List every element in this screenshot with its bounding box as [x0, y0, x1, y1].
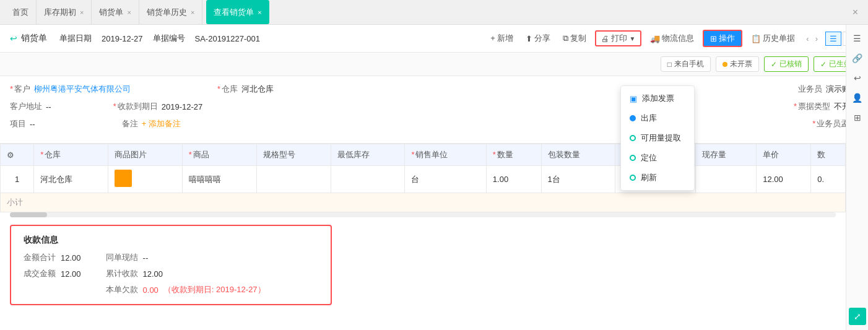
confirmed-button[interactable]: ✓ 已核销 — [764, 56, 809, 72]
outbound-icon — [630, 115, 636, 121]
available-label: 可用量提取 — [641, 132, 681, 144]
ticket-button[interactable]: 未开票 — [716, 56, 759, 72]
payment-rows: 金额合计 12.00 成交金额 12.00 同单现结 -- — [24, 252, 318, 295]
note-label: 备注 — [122, 118, 138, 129]
row-num: 0. — [811, 166, 846, 193]
sidebar-icon-1[interactable]: ☰ — [849, 30, 866, 47]
tab-home-label: 首页 — [12, 7, 28, 18]
status-bar: □ 来自手机 未开票 ✓ 已核销 ✓ 已生效 — [0, 53, 868, 76]
subtotal-row: 小计 — [1, 193, 846, 212]
confirmed-label: 已核销 — [779, 59, 802, 69]
row-no: 1 — [1, 166, 34, 193]
operate-label: 操作 — [719, 33, 735, 44]
copy-button[interactable]: ⧉ 复制 — [559, 31, 590, 46]
date-value: 2019-12-27 — [102, 34, 143, 43]
row-spec — [256, 166, 331, 193]
product-image — [115, 170, 132, 187]
warehouse-value: 河北仓库 — [241, 84, 274, 95]
col-gear[interactable]: ⚙ — [1, 144, 34, 166]
col-min-stock: 最低库存 — [331, 144, 405, 166]
prev-button[interactable]: ‹ — [804, 33, 811, 45]
tab-inventory-close[interactable]: × — [80, 9, 84, 16]
tab-bar: 首页 库存期初 × 销货单 × 销货单历史 × 查看销货单 × × — [0, 0, 868, 25]
payment-total: 金额合计 12.00 — [24, 252, 81, 263]
doc-meta: 单据日期 2019-12-27 单据编号 SA-20191227-001 — [59, 33, 487, 44]
print-button[interactable]: 🖨 打印 ▼ — [595, 30, 641, 46]
data-table: ⚙ *仓库 商品图片 *商品 规格型号 最低库存 *销售单位 *数量 包装数量 … — [0, 144, 846, 212]
tab-home[interactable]: 首页 — [5, 0, 37, 24]
print-label: 打印 — [611, 33, 627, 44]
history-icon: 📋 — [751, 34, 761, 43]
row-min-stock — [331, 166, 405, 193]
total-value: 12.00 — [61, 253, 81, 263]
owed-value: 0.00 — [143, 285, 158, 295]
sidebar-icon-5[interactable]: ⊞ — [849, 109, 866, 126]
address-field: 客户地址 -- — [10, 101, 51, 112]
horizontal-scrollbar[interactable] — [10, 212, 836, 217]
sidebar-icon-3[interactable]: ↩ — [849, 69, 866, 87]
form-row-3: 项目 -- 备注 + 添加备注 业务员孟 -- — [10, 118, 858, 129]
same-settle-label: 同单现结 — [106, 252, 138, 263]
dropdown-add-invoice[interactable]: ▣ 添加发票 — [621, 89, 694, 108]
deal-label: 成交金额 — [24, 268, 56, 279]
operate-button[interactable]: ⊞ 操作 — [703, 30, 742, 47]
tab-history[interactable]: 销货单历史 × — [139, 0, 202, 24]
view-list-button[interactable]: ☰ — [825, 32, 841, 46]
row-warehouse: 河北仓库 — [34, 166, 108, 193]
refresh-label: 刷新 — [641, 172, 657, 183]
ticket-dot — [723, 62, 727, 67]
payment-same-settle: 同单现结 -- — [106, 252, 266, 263]
share-button[interactable]: ⬆ 分享 — [522, 31, 554, 46]
tab-sales[interactable]: 销货单 × — [92, 0, 139, 24]
date-label: 单据日期 — [59, 33, 92, 44]
logistics-button[interactable]: 🚚 物流信息 — [646, 31, 698, 46]
sidebar-icon-2[interactable]: 🔗 — [849, 50, 866, 67]
payment-owed: 本单欠款 0.00 （收款到期日: 2019-12-27） — [106, 284, 266, 295]
next-button[interactable]: › — [813, 33, 820, 45]
payment-col-right: 同单现结 -- 累计收款 12.00 本单欠款 0.00 （收款到期日: 201… — [106, 252, 266, 295]
customer-value[interactable]: 柳州粤港平安气体有限公司 — [34, 84, 131, 95]
col-product: *商品 — [182, 144, 256, 166]
mobile-icon: □ — [667, 60, 672, 69]
tab-inventory-label: 库存期初 — [44, 7, 76, 18]
tab-view-sales[interactable]: 查看销货单 × — [206, 0, 269, 24]
same-settle-value: -- — [143, 253, 149, 263]
warehouse-label: 仓库 — [217, 84, 238, 95]
right-sidebar: ☰ 🔗 ↩ 👤 ⊞ ⤢ — [846, 25, 868, 330]
subtotal-label: 小计 — [1, 193, 846, 212]
dropdown-refresh[interactable]: 刷新 — [621, 168, 694, 188]
dropdown-outbound[interactable]: 出库 — [621, 108, 694, 128]
mobile-button[interactable]: □ 来自手机 — [661, 56, 711, 72]
row-price: 12.00 — [757, 166, 811, 193]
logistics-icon: 🚚 — [650, 34, 660, 43]
scrollbar-thumb[interactable] — [10, 212, 47, 217]
note-field: 备注 + 添加备注 — [122, 118, 181, 129]
effective-icon: ✓ — [820, 60, 827, 69]
payment-title: 收款信息 — [24, 235, 318, 246]
print-dropdown-icon: ▼ — [629, 35, 635, 42]
no-value: SA-20191227-001 — [195, 34, 261, 43]
sidebar-expand-button[interactable]: ⤢ — [849, 308, 866, 325]
window-close-button[interactable]: × — [848, 7, 863, 18]
tab-inventory[interactable]: 库存期初 × — [37, 0, 92, 24]
history-button[interactable]: 📋 历史单据 — [747, 31, 799, 46]
form-row-1: 客户 柳州粤港平安气体有限公司 仓库 河北仓库 业务员 演示账号 — [10, 84, 858, 95]
dropdown-available[interactable]: 可用量提取 — [621, 128, 694, 148]
payment-col-left: 金额合计 12.00 成交金额 12.00 — [24, 252, 81, 295]
operate-icon: ⊞ — [710, 34, 717, 43]
tab-sales-close[interactable]: × — [127, 9, 131, 16]
row-image — [108, 166, 183, 193]
add-note-button[interactable]: + 添加备注 — [142, 118, 181, 129]
add-invoice-icon: ▣ — [630, 94, 637, 103]
refresh-icon — [630, 175, 636, 181]
copy-label: 复制 — [570, 33, 586, 44]
tab-view-sales-close[interactable]: × — [258, 9, 261, 16]
tab-history-close[interactable]: × — [191, 9, 194, 16]
customer-field: 客户 柳州粤港平安气体有限公司 — [10, 84, 131, 95]
doc-icon: ↩ — [10, 33, 17, 43]
new-button[interactable]: + 新增 — [487, 31, 517, 46]
sidebar-icon-4[interactable]: 👤 — [849, 89, 866, 106]
address-label: 客户地址 — [10, 101, 42, 112]
dropdown-locate[interactable]: 定位 — [621, 148, 694, 168]
mobile-label: 来自手机 — [674, 59, 704, 69]
